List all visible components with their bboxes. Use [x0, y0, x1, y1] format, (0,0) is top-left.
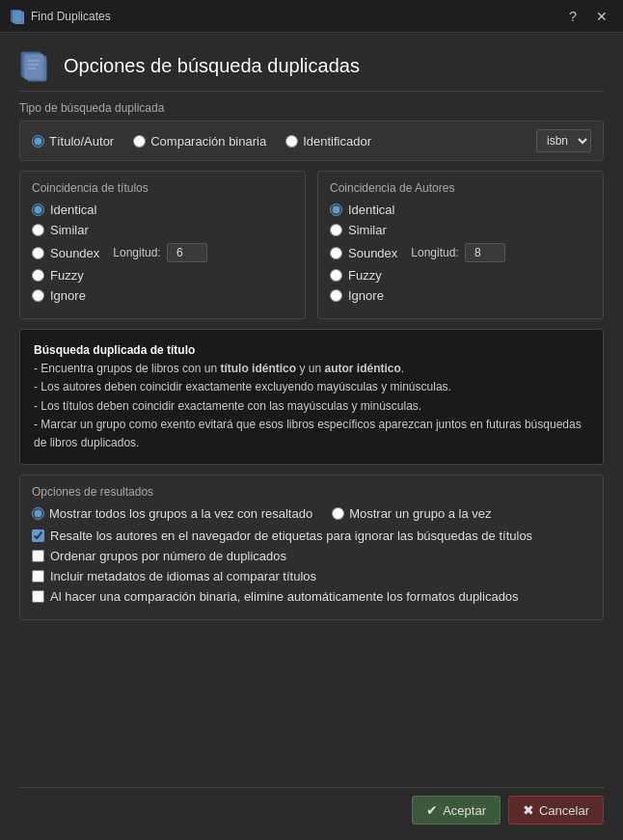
dialog-content: Opciones de búsqueda duplicadas Tipo de …	[0, 33, 623, 840]
search-type-section: Tipo de búsqueda duplicada Título/Autor …	[19, 101, 604, 161]
desc-line-1: - Encuentra grupos de libros con un títu…	[34, 360, 589, 378]
search-type-row: Título/Autor Comparación binaria Identif…	[19, 121, 604, 161]
checkbox-ordenar[interactable]: Ordenar grupos por número de duplicados	[32, 549, 591, 563]
desc-line-4: - Marcar un grupo como exento evitará qu…	[34, 416, 589, 452]
desc-line-3: - Los títulos deben coincidir exactament…	[34, 397, 589, 416]
header-icon	[19, 48, 54, 83]
match-columns: Coincidencia de títulos Identical Simila…	[19, 171, 604, 319]
title-bar-left: Find Duplicates	[10, 9, 111, 24]
search-type-label: Tipo de búsqueda duplicada	[19, 101, 604, 115]
show-one-radio[interactable]: Mostrar un grupo a la vez	[332, 506, 491, 521]
close-button[interactable]: ✕	[590, 7, 613, 26]
radio-binaria[interactable]: Comparación binaria	[133, 134, 266, 149]
author-similar[interactable]: Similar	[330, 223, 591, 237]
window-title: Find Duplicates	[31, 10, 111, 23]
author-match-label: Coincidencia de Autores	[330, 181, 591, 195]
accept-button[interactable]: ✔ Aceptar	[412, 796, 501, 825]
title-ignore[interactable]: Ignore	[32, 288, 293, 303]
radio-identificador[interactable]: Identificador	[285, 134, 371, 149]
author-ignore[interactable]: Ignore	[330, 288, 591, 303]
help-button[interactable]: ?	[563, 7, 582, 26]
app-icon	[10, 9, 25, 24]
dialog-header: Opciones de búsqueda duplicadas	[19, 48, 604, 92]
desc-line-2: - Los autores deben coincidir exactament…	[34, 378, 589, 396]
author-soundex-length[interactable]	[465, 243, 505, 262]
cancel-button[interactable]: ✖ Cancelar	[508, 796, 604, 825]
radio-titulo-autor[interactable]: Título/Autor	[32, 134, 114, 149]
title-identical[interactable]: Identical	[32, 203, 293, 217]
results-radio-row: Mostrar todos los grupos a la vez con re…	[32, 506, 591, 521]
svg-rect-2	[13, 11, 22, 23]
title-similar[interactable]: Similar	[32, 223, 293, 237]
title-fuzzy[interactable]: Fuzzy	[32, 268, 293, 283]
author-identical[interactable]: Identical	[330, 203, 591, 217]
checkbox-resalte[interactable]: Resalte los autores en el navegador de e…	[32, 528, 591, 543]
accept-label: Aceptar	[443, 803, 486, 818]
description-box: Búsqueda duplicada de título - Encuentra…	[19, 329, 604, 465]
svg-rect-5	[24, 54, 43, 79]
title-match-section: Coincidencia de títulos Identical Simila…	[19, 171, 306, 319]
author-fuzzy[interactable]: Fuzzy	[330, 268, 591, 283]
checkbox-binaria[interactable]: Al hacer una comparación binaria, elimin…	[32, 589, 591, 604]
results-section: Opciones de resultados Mostrar todos los…	[19, 474, 604, 620]
results-label: Opciones de resultados	[32, 485, 591, 499]
dialog-title: Opciones de búsqueda duplicadas	[64, 55, 360, 77]
author-match-section: Coincidencia de Autores Identical Simila…	[317, 171, 604, 319]
title-bar-controls: ? ✕	[563, 7, 613, 26]
dialog-footer: ✔ Aceptar ✖ Cancelar	[19, 787, 604, 825]
isbn-select[interactable]: isbn uuid asin	[536, 129, 591, 152]
title-match-label: Coincidencia de títulos	[32, 181, 293, 195]
title-soundex[interactable]: Soundex Longitud:	[32, 243, 293, 262]
cancel-label: Cancelar	[539, 803, 589, 818]
title-bar: Find Duplicates ? ✕	[0, 0, 623, 33]
title-soundex-length[interactable]	[167, 243, 207, 262]
checkbox-incluir[interactable]: Incluir metadatos de idiomas al comparar…	[32, 569, 591, 583]
author-soundex[interactable]: Soundex Longitud:	[330, 243, 591, 262]
show-all-radio[interactable]: Mostrar todos los grupos a la vez con re…	[32, 506, 312, 521]
accept-icon: ✔	[426, 802, 438, 818]
cancel-icon: ✖	[523, 802, 534, 818]
description-title: Búsqueda duplicada de título	[34, 343, 195, 357]
